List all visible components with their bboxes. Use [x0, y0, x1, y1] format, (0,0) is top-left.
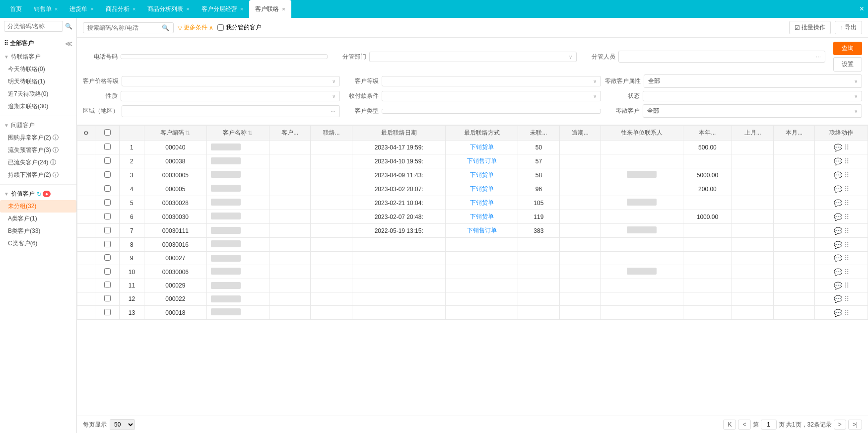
nav-customer-contact-close[interactable]: × — [282, 6, 285, 12]
nav-customer-contact[interactable]: 客户联络 × — [249, 0, 291, 18]
my-customers-checkbox[interactable] — [217, 24, 224, 31]
region-more-icon[interactable]: ··· — [331, 108, 335, 115]
row-checkbox[interactable] — [104, 171, 111, 178]
field-customer-type-input[interactable] — [382, 109, 601, 114]
grid-icon[interactable]: ⠿ — [844, 227, 849, 235]
grid-icon[interactable]: ⠿ — [844, 268, 849, 276]
grid-icon[interactable]: ⠿ — [844, 241, 849, 249]
sidebar-item-ungroup[interactable]: 未分组(32) — [0, 200, 76, 213]
chat-icon[interactable]: 💬 — [834, 282, 842, 289]
grid-icon[interactable]: ⠿ — [844, 213, 849, 221]
grid-icon[interactable]: ⠿ — [844, 185, 849, 193]
chat-icon[interactable]: 💬 — [834, 157, 842, 165]
col-no-contact[interactable]: 未联... — [518, 126, 560, 141]
page-input[interactable] — [761, 420, 777, 430]
col-last-method[interactable]: 最后联络方式 — [446, 126, 518, 141]
sidebar-search-input[interactable] — [4, 21, 63, 32]
page-size-select[interactable]: 50 20 100 — [110, 419, 135, 430]
sidebar-item-churned[interactable]: 已流失客户(24) ⓘ — [0, 156, 76, 169]
chat-icon[interactable]: 💬 — [834, 227, 842, 235]
manager-more-icon[interactable]: ··· — [816, 53, 821, 60]
cell-checkbox[interactable] — [95, 196, 120, 210]
nav-customer-tier-close[interactable]: × — [240, 6, 243, 12]
query-button[interactable]: 查询 — [833, 42, 862, 55]
col-this-year[interactable]: 本年... — [683, 126, 732, 141]
cell-last-method[interactable]: 下销售订单 — [446, 154, 518, 168]
value-refresh-icon[interactable]: ↻ — [37, 191, 42, 198]
col-last-date[interactable]: 最后联络日期 — [352, 126, 445, 141]
sidebar-item-week[interactable]: 近7天待联络(0) — [0, 88, 76, 100]
col-settings[interactable]: ⚙ — [77, 126, 95, 141]
row-checkbox[interactable] — [104, 157, 111, 164]
nav-product-analysis[interactable]: 商品分析 × — [100, 0, 141, 18]
batch-ops-button[interactable]: ☑ 批量操作 — [789, 21, 831, 34]
prev-page-btn[interactable]: < — [738, 420, 750, 430]
row-checkbox[interactable] — [104, 227, 111, 233]
col-contact[interactable]: 联络... — [311, 126, 352, 141]
next-page-btn[interactable]: > — [834, 420, 846, 430]
cell-checkbox[interactable] — [95, 238, 120, 252]
cell-checkbox[interactable] — [95, 292, 120, 306]
grid-icon[interactable]: ⠿ — [844, 171, 849, 179]
cell-last-method[interactable] — [446, 252, 518, 265]
cell-last-method[interactable]: 下销货单 — [446, 182, 518, 196]
first-page-btn[interactable]: K — [723, 420, 736, 430]
export-button[interactable]: ↑ 导出 — [835, 21, 862, 34]
nav-sales[interactable]: 销售单 × — [28, 0, 64, 18]
nav-purchase-close[interactable]: × — [90, 6, 93, 12]
cell-last-method[interactable] — [446, 265, 518, 279]
nav-customer-tier[interactable]: 客户分层经营 × — [196, 0, 249, 18]
search-icon[interactable]: 🔍 — [162, 24, 169, 31]
col-this-month[interactable]: 本月... — [773, 126, 815, 141]
cell-last-method[interactable]: 下销售订单 — [446, 224, 518, 238]
chat-icon[interactable]: 💬 — [834, 185, 842, 193]
field-manager-input[interactable]: ··· — [618, 51, 825, 63]
grid-icon[interactable]: ⠿ — [844, 309, 849, 317]
nav-purchase[interactable]: 进货单 × — [64, 0, 99, 18]
select-all-checkbox[interactable] — [104, 129, 111, 136]
grid-icon[interactable]: ⠿ — [844, 144, 849, 151]
nav-sales-close[interactable]: × — [55, 6, 58, 12]
grid-icon[interactable]: ⠿ — [844, 295, 849, 303]
nav-product-analysis-list-close[interactable]: × — [186, 6, 189, 12]
field-scatter-select[interactable]: 全部 ∨ — [643, 104, 862, 118]
col-overdue[interactable]: 逾期... — [559, 126, 601, 141]
field-customer-level-select[interactable]: ∨ — [382, 76, 601, 86]
sidebar-item-overdue[interactable]: 逾期未联络(30) — [0, 100, 76, 113]
window-close-button[interactable]: × — [860, 4, 864, 13]
cell-last-method[interactable]: 下销货单 — [446, 168, 518, 182]
col-contacts-person[interactable]: 往来单位联系人 — [601, 126, 683, 141]
nav-product-analysis-list[interactable]: 商品分析列表 × — [141, 0, 195, 18]
sidebar-item-abnormal[interactable]: 囤购异常客户(2) ⓘ — [0, 132, 76, 144]
chat-icon[interactable]: 💬 — [834, 144, 842, 151]
col-last-month[interactable]: 上月... — [732, 126, 774, 141]
sidebar-item-typeC[interactable]: C类客户(6) — [0, 237, 76, 250]
field-status-select[interactable]: ∨ — [643, 91, 862, 101]
cell-checkbox[interactable] — [95, 182, 120, 196]
chat-icon[interactable]: 💬 — [834, 295, 842, 303]
sidebar-item-churn-warning[interactable]: 流失预警客户(3) ⓘ — [0, 144, 76, 156]
cell-last-method[interactable] — [446, 238, 518, 252]
chat-icon[interactable]: 💬 — [834, 309, 842, 317]
my-customers-wrap[interactable]: 我分管的客户 — [217, 23, 262, 32]
cell-checkbox[interactable] — [95, 141, 120, 154]
sidebar-item-declining[interactable]: 持续下滑客户(2) ⓘ — [0, 169, 76, 181]
field-nature-select[interactable]: ∨ — [121, 91, 340, 101]
more-conditions-btn[interactable]: ▽ 更多条件 ∧ — [178, 23, 213, 32]
cell-checkbox[interactable] — [95, 306, 120, 320]
row-checkbox[interactable] — [104, 144, 111, 150]
grid-icon[interactable]: ⠿ — [844, 254, 849, 262]
cell-checkbox[interactable] — [95, 252, 120, 265]
cell-checkbox[interactable] — [95, 265, 120, 279]
cell-last-method[interactable] — [446, 292, 518, 306]
row-checkbox[interactable] — [104, 268, 111, 275]
field-payment-select[interactable]: ∨ — [382, 91, 601, 101]
field-scatter-attr-select[interactable]: 全部 ∨ — [644, 74, 862, 88]
grid-icon[interactable]: ⠿ — [844, 157, 849, 165]
all-customers-header[interactable]: ⠿ 全部客户 ≪ — [0, 35, 76, 50]
sidebar-item-tomorrow[interactable]: 明天待联络(1) — [0, 75, 76, 88]
cell-last-method[interactable] — [446, 279, 518, 292]
sidebar-search-icon[interactable]: 🔍 — [65, 23, 72, 30]
grid-icon[interactable]: ⠿ — [844, 282, 849, 289]
last-page-btn[interactable]: >| — [848, 420, 862, 430]
